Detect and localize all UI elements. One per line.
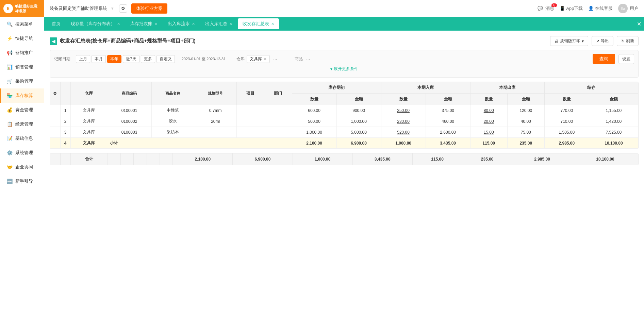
sidebar-item-system[interactable]: ⚙️ 系统管理 [0, 146, 44, 160]
refresh-btn[interactable]: ↻ 刷新 [617, 36, 639, 46]
message-badge[interactable]: 💬 6 消息 [538, 5, 554, 12]
tab-batch-ledger-close[interactable]: ✕ [154, 22, 158, 26]
data-table: ⚙ 仓库 商品编码 商品名称 规格型号 项目 部门 库存期初 本期入库 本期出库… [50, 82, 639, 149]
date-btn-custom[interactable]: 自定义 [156, 55, 175, 63]
subtotal-row: 4 文具库 小计 2,100.00 6,900.00 1,000.00 3,43… [50, 138, 638, 149]
sidebar-item-sales[interactable]: 📊 销售管理 [0, 60, 44, 74]
query-button[interactable]: 查询 [593, 54, 615, 64]
date-range-display: 2023-01-01 至 2023-12-31 [182, 56, 226, 62]
chevron-down-icon: ▾ [582, 39, 584, 44]
date-btn-last[interactable]: 上月 [76, 55, 90, 63]
user-area[interactable]: Ea 用户 [618, 4, 639, 13]
tab-recv-summary-close[interactable]: ✕ [271, 22, 274, 26]
search-icon: 🔍 [6, 21, 13, 27]
th-project: 项目 [237, 82, 264, 105]
row-out-amt: 120.00 [507, 105, 544, 116]
row-in-qty[interactable]: 230.00 [381, 116, 426, 127]
tab-recv-summary[interactable]: 收发存汇总表 ✕ [238, 18, 279, 29]
date-btn-year[interactable]: 本年 [107, 55, 121, 63]
row-spec [194, 127, 237, 138]
basic-icon: 📝 [6, 136, 13, 141]
tab-inout-summary[interactable]: 出入库汇总 ✕ [200, 18, 237, 29]
service-icon: 👤 [588, 6, 594, 11]
sidebar-item-quick[interactable]: ⚡ 快捷导航 [0, 31, 44, 46]
user-label: 用户 [630, 5, 639, 12]
page-header: ◀ 收发存汇总表(按仓库+商品编码+商品+规格型号+项目+部门) 🖨 拨销版打印… [50, 36, 639, 46]
row-warehouse: 文具库 [70, 116, 107, 127]
sidebar-item-finance[interactable]: 💰 资金管理 [0, 103, 44, 117]
filter-settings-button[interactable]: 设置 [618, 54, 634, 64]
print-btn[interactable]: 🖨 拨销版打印 ▾ [550, 36, 588, 46]
row-bal-qty: 710.00 [544, 116, 589, 127]
filter-actions: 查询 设置 [593, 54, 634, 64]
system-icon: ⚙️ [6, 150, 13, 155]
row-in-amt: 375.00 [426, 105, 470, 116]
date-btn-more[interactable]: 更多 [141, 55, 155, 63]
sidebar-item-inventory[interactable]: 🏪 库存核算 [0, 88, 44, 103]
warehouse-tag[interactable]: 文具库 ✕ [247, 55, 270, 63]
date-btn-7[interactable]: 近7天 [123, 55, 139, 63]
tab-batch-ledger[interactable]: 库存批次账 ✕ [126, 18, 162, 29]
online-service[interactable]: 👤 在线客服 [588, 5, 613, 12]
tab-inventory-dist[interactable]: 现存量（库存分布表） ✕ [66, 18, 125, 29]
row-open-qty: 1,000.00 [292, 127, 336, 138]
sidebar-item-guide[interactable]: 🆕 新手引导 [0, 174, 44, 188]
warehouse-tag-close[interactable]: ✕ [263, 56, 267, 61]
th-in-amt: 金额 [426, 94, 470, 105]
sidebar: 6 畅捷通好生意 标准版 🔍 搜索菜单 ⚡ 快捷导航 📢 营销推广 📊 销售管理… [0, 0, 44, 314]
collapse-toggle[interactable]: ◀ [50, 37, 57, 45]
row-in-amt: 460.00 [426, 116, 470, 127]
sidebar-item-marketing[interactable]: 📢 营销推广 [0, 46, 44, 60]
th-settings[interactable]: ⚙ [50, 82, 60, 105]
sidebar-item-purchase[interactable]: 🛒 采购管理 [0, 74, 44, 88]
date-btn-this[interactable]: 本月 [92, 55, 106, 63]
sidebar-item-search[interactable]: 🔍 搜索菜单 [0, 17, 44, 31]
row-out-qty[interactable]: 15.00 [470, 127, 507, 138]
sales-icon: 📊 [6, 64, 13, 70]
sidebar-item-label: 基础信息 [15, 135, 33, 142]
sidebar-item-label: 企业协同 [15, 164, 33, 170]
row-in-qty[interactable]: 520.00 [381, 127, 426, 138]
row-spec: 20ml [194, 116, 237, 127]
summary-table: ⚙ 仓库 商品编码 商品名称 规格型号 项目 部门 库存期初 本期入库 本期出库… [50, 82, 638, 149]
trial-btn[interactable]: 体验行业方案 [131, 3, 167, 14]
sidebar-item-label: 搜索菜单 [15, 21, 33, 27]
tab-home[interactable]: 首页 [47, 18, 65, 29]
warehouse-more-dots[interactable]: ··· [273, 56, 277, 62]
sidebar-item-operation[interactable]: 📋 经营管理 [0, 117, 44, 131]
tab-inout-flow[interactable]: 出入库流水 ✕ [163, 18, 200, 29]
print-icon: 🖨 [555, 39, 559, 44]
sidebar-item-enterprise[interactable]: 🤝 企业协同 [0, 160, 44, 174]
sidebar-item-label: 系统管理 [15, 150, 33, 156]
sidebar-item-label: 销售管理 [15, 64, 33, 70]
system-title: 装备及固定资产辅助管理系统 [50, 5, 107, 12]
tab-inout-summary-close[interactable]: ✕ [229, 22, 232, 26]
footer-empty4 [120, 153, 133, 165]
app-download[interactable]: 📱 App下载 [560, 5, 583, 12]
marketing-icon: 📢 [6, 50, 13, 55]
sidebar-item-basic[interactable]: 📝 基础信息 [0, 131, 44, 146]
sidebar-nav: 🔍 搜索菜单 ⚡ 快捷导航 📢 营销推广 📊 销售管理 🛒 采购管理 🏪 库存核… [0, 17, 44, 314]
table-row: 3 文具库 0100003 采访本 1,000.00 5,000.00 520.… [50, 127, 638, 138]
row-code: 0100001 [107, 105, 152, 116]
row-settings [50, 127, 60, 138]
table-row: 1 文具库 0100001 中性笔 0.7mm 600.00 900.00 25… [50, 105, 638, 116]
footer-in-amt: 3,435.00 [352, 153, 412, 165]
footer-row: 合计 2,100.00 6,900.00 1,000.00 3,435.00 1… [50, 153, 638, 165]
row-out-qty[interactable]: 80.00 [470, 105, 507, 116]
row-out-qty[interactable]: 20.00 [470, 116, 507, 127]
export-btn[interactable]: ↗ 导出 [592, 36, 613, 46]
expand-more-btn[interactable]: ▾ 展开更多条件 [54, 64, 634, 74]
topbar-right: 💬 6 消息 📱 App下载 👤 在线客服 Ea 用户 [538, 4, 639, 13]
settings-icon[interactable]: ⚙ [119, 4, 127, 13]
tab-inout-flow-close[interactable]: ✕ [192, 22, 195, 26]
tab-inventory-dist-close[interactable]: ✕ [117, 22, 120, 26]
close-all-tabs[interactable]: ✕ [637, 21, 641, 27]
row-dept [264, 105, 292, 116]
row-name: 采访本 [152, 127, 194, 138]
footer-empty3 [108, 153, 120, 165]
enterprise-icon: 🤝 [6, 164, 13, 170]
goods-more-dots[interactable]: ··· [306, 56, 310, 62]
row-no: 1 [60, 105, 70, 116]
row-in-qty[interactable]: 250.00 [381, 105, 426, 116]
